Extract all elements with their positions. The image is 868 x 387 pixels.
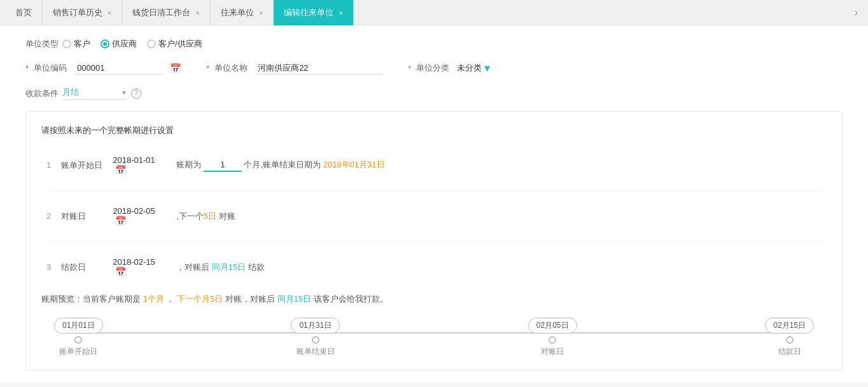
step-3-cal-icon[interactable]: 📅: [115, 267, 126, 277]
preview-text: 账期预览：当前客户账期是 1个月 ， 下一个月5日 对账，对账后 同月15日 该…: [41, 293, 827, 305]
timeline-date-1: 01月01日: [54, 318, 103, 334]
radio-supplier-label: 供应商: [112, 38, 137, 50]
unit-name-label: 单位名称: [214, 62, 248, 74]
preview-mid1: ，: [166, 294, 174, 304]
unit-type-row: 单位类型 客户 供应商 客户/供应商: [25, 38, 843, 50]
step-2-label: 对账日: [56, 200, 108, 232]
close-cash-work[interactable]: ×: [195, 9, 199, 17]
tab-bar: 首页 销售订单历史 × 钱货日清工作台 × 往来单位 × 编辑往来单位 × ›: [0, 0, 868, 25]
unit-info-row: * 单位编码 📅 * 单位名称 * 单位分类 未分类 ▾: [25, 61, 843, 75]
preview-highlight2: 下一个月5日: [177, 294, 223, 304]
step-2-highlight: 5日: [204, 211, 216, 221]
step-1-row: 1 账单开始日 2018-01-01 📅 账期为 个月,账单结束日期为 2018…: [41, 149, 827, 181]
close-partners[interactable]: ×: [259, 9, 263, 17]
section-title: 请按照未来的一个完整帐期进行设置: [41, 125, 827, 136]
timeline-label-2: 账单结束日: [297, 346, 335, 357]
step-1-label: 账单开始日: [56, 149, 108, 181]
step-3-desc: ，对账后 同月15日 结款: [171, 251, 827, 283]
step-3-date: 2018-02-15 📅: [108, 251, 171, 283]
timeline-items: 01月01日 账单开始日 01月31日 账单结束日 02月05日 对账日: [54, 318, 814, 357]
payment-help-icon[interactable]: ?: [131, 88, 141, 99]
radio-customer-supplier-label: 客户/供应商: [158, 38, 202, 50]
payment-condition-label: 收款条件: [25, 88, 59, 99]
tab-home[interactable]: 首页: [5, 0, 43, 25]
preview-mid2: 对账，对账后: [225, 294, 275, 304]
step-3-row: 3 结款日 2018-02-15 📅 ，对账后 同月15日 结款: [41, 251, 827, 283]
unit-category-required: *: [408, 64, 411, 73]
timeline-item-1: 01月01日 账单开始日: [54, 318, 103, 357]
radio-supplier[interactable]: 供应商: [101, 38, 137, 50]
unit-name-input[interactable]: [255, 62, 382, 74]
payment-condition-dropdown[interactable]: 月结 ▾: [62, 87, 126, 100]
step-3-label: 结款日: [56, 251, 108, 283]
radio-customer-supplier-circle: [147, 39, 156, 48]
unit-category-label: 单位分类: [416, 62, 449, 74]
timeline-item-2: 01月31日 账单结束日: [291, 318, 340, 357]
timeline-dot-1: [74, 336, 82, 344]
radio-customer-circle: [62, 39, 71, 48]
timeline-item-4: 02月15日 结款日: [765, 318, 814, 357]
unit-type-label: 单位类型: [25, 38, 59, 50]
payment-condition-value: 月结: [62, 87, 120, 98]
step-1-desc: 账期为 个月,账单结束日期为 2018年01月31日: [171, 149, 827, 181]
step-3-highlight: 同月15日: [212, 262, 246, 272]
step-1-num: 1: [41, 149, 56, 181]
timeline-dot-4: [786, 336, 794, 344]
tab-edit-partner[interactable]: 编辑往来单位 ×: [274, 0, 353, 25]
unit-name-required: *: [206, 64, 209, 73]
timeline-date-2: 01月31日: [291, 318, 340, 334]
step-1-end-date: 2018年01月31日: [323, 160, 385, 169]
unit-category-dropdown[interactable]: 未分类 ▾: [457, 61, 559, 75]
timeline-item-3: 02月05日 对账日: [528, 318, 577, 357]
radio-customer[interactable]: 客户: [62, 38, 90, 50]
close-edit-partner[interactable]: ×: [339, 9, 342, 17]
timeline-dot-3: [549, 336, 556, 344]
billing-section: 请按照未来的一个完整帐期进行设置 1 账单开始日 2018-01-01 📅 账期…: [25, 111, 843, 370]
tab-partners[interactable]: 往来单位 ×: [211, 0, 274, 25]
radio-customer-label: 客户: [74, 38, 90, 50]
step-2-num: 2: [41, 200, 56, 232]
preview-highlight3: 同月15日: [277, 294, 311, 304]
unit-type-radio-group: 客户 供应商 客户/供应商: [62, 38, 202, 50]
step-1-cal-icon[interactable]: 📅: [115, 165, 126, 175]
unit-code-icon[interactable]: 📅: [170, 63, 181, 73]
timeline-label-4: 结款日: [778, 346, 801, 357]
billing-period-input[interactable]: [204, 158, 242, 172]
tab-nav-arrow[interactable]: ›: [850, 7, 863, 18]
step-2-cal-icon[interactable]: 📅: [115, 216, 126, 226]
preview-prefix: 账期预览：当前客户账期是: [41, 294, 141, 304]
timeline-label-3: 对账日: [541, 346, 564, 357]
step-2-date: 2018-02-05 📅: [108, 200, 171, 232]
step-divider-2: [41, 232, 827, 251]
radio-supplier-circle: [101, 39, 109, 48]
unit-code-input[interactable]: [74, 62, 164, 74]
close-sales-history[interactable]: ×: [108, 9, 111, 17]
step-divider-1: [41, 181, 827, 200]
step-3-num: 3: [41, 251, 56, 283]
payment-row: 收款条件 月结 ▾ ?: [25, 87, 843, 100]
timeline-date-4: 02月15日: [765, 318, 814, 334]
unit-category-value: 未分类: [457, 62, 482, 74]
timeline-date-3: 02月05日: [528, 318, 577, 334]
steps-table: 1 账单开始日 2018-01-01 📅 账期为 个月,账单结束日期为 2018…: [41, 149, 827, 283]
step-2-desc: ,下一个5日 对账: [171, 200, 827, 232]
radio-customer-supplier[interactable]: 客户/供应商: [147, 38, 202, 50]
timeline: 01月01日 账单开始日 01月31日 账单结束日 02月05日 对账日: [41, 318, 827, 357]
tab-cash-work[interactable]: 钱货日清工作台 ×: [122, 0, 210, 25]
step-1-date: 2018-01-01 📅: [108, 149, 171, 181]
main-content: 单位类型 客户 供应商 客户/供应商 * 单位编码 📅 *: [0, 25, 868, 383]
preview-highlight1: 1个月: [143, 294, 164, 304]
step-2-row: 2 对账日 2018-02-05 📅 ,下一个5日 对账: [41, 200, 827, 232]
tab-sales-history[interactable]: 销售订单历史 ×: [43, 0, 122, 25]
timeline-label-1: 账单开始日: [59, 346, 97, 357]
timeline-dot-2: [312, 336, 319, 344]
preview-suffix: 该客户会给我打款。: [314, 294, 388, 304]
payment-dropdown-arrow: ▾: [122, 88, 126, 97]
unit-code-required: *: [25, 64, 29, 73]
category-dropdown-arrow: ▾: [484, 61, 490, 75]
preview-section: 账期预览：当前客户账期是 1个月 ， 下一个月5日 对账，对账后 同月15日 该…: [41, 283, 827, 357]
unit-code-label: 单位编码: [34, 62, 67, 74]
